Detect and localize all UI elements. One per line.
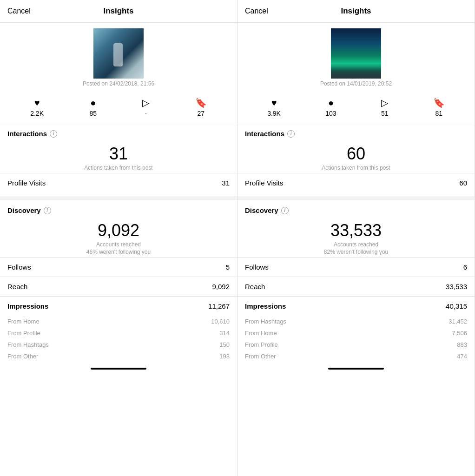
left-from-hashtags-row: From Hashtags 150 xyxy=(0,339,237,350)
right-stat-saves: 🔖 81 xyxy=(433,97,445,117)
right-bottom-bar xyxy=(238,362,475,373)
left-from-hashtags-label: From Hashtags xyxy=(7,341,49,348)
right-comment-icon: ● xyxy=(328,98,334,108)
left-cancel-button[interactable]: Cancel xyxy=(7,7,31,15)
right-discovery-header: Discovery i xyxy=(238,200,475,217)
right-interactions-big-block: 60 Actions taken from this post xyxy=(238,140,475,173)
left-title: Insights xyxy=(103,7,133,16)
left-discovery-title: Discovery xyxy=(7,206,41,214)
left-discovery-info-icon[interactable]: i xyxy=(44,207,51,214)
right-stats-row: ♥ 3.9K ● 103 ▷ 51 🔖 81 xyxy=(238,93,475,123)
right-discovery-number: 33,533 xyxy=(245,221,467,240)
heart-icon: ♥ xyxy=(34,98,40,108)
left-shares-value: - xyxy=(145,110,147,117)
left-interactions-header: Interactions i xyxy=(0,123,237,140)
right-discovery-title: Discovery xyxy=(245,206,278,214)
right-divider xyxy=(238,196,475,200)
left-header: Cancel Insights xyxy=(0,0,237,23)
left-interactions-number: 31 xyxy=(7,144,230,164)
right-from-hashtags-value: 31,452 xyxy=(449,318,467,325)
left-discovery-subtitle2: 46% weren't following you xyxy=(7,249,230,255)
left-home-indicator xyxy=(91,368,146,370)
right-bookmark-icon: 🔖 xyxy=(433,97,445,108)
right-discovery-info-icon[interactable]: i xyxy=(281,207,289,214)
right-from-hashtags-label: From Hashtags xyxy=(245,318,286,325)
left-stat-shares: ▷ - xyxy=(142,97,149,117)
left-from-profile-label: From Profile xyxy=(7,330,40,337)
right-discovery-subtitle1: Accounts reached xyxy=(245,241,467,248)
right-title: Insights xyxy=(341,7,371,16)
right-from-profile-value: 883 xyxy=(457,341,467,348)
right-follows-label: Follows xyxy=(245,263,269,271)
left-profile-visits-label: Profile Visits xyxy=(7,179,46,187)
right-home-indicator xyxy=(328,368,384,370)
left-discovery-header: Discovery i xyxy=(0,200,237,217)
left-interactions-title: Interactions xyxy=(7,130,47,138)
right-stat-likes: ♥ 3.9K xyxy=(267,98,281,117)
left-bottom-bar xyxy=(0,362,237,373)
right-heart-icon: ♥ xyxy=(271,98,277,108)
right-impressions-value: 40,315 xyxy=(446,302,467,310)
right-impressions-row: Impressions 40,315 xyxy=(238,296,475,316)
left-from-home-value: 10,610 xyxy=(211,318,230,325)
right-interactions-header: Interactions i xyxy=(238,123,475,140)
right-from-other-value: 474 xyxy=(457,353,467,360)
right-from-profile-label: From Profile xyxy=(245,341,278,348)
bookmark-icon: 🔖 xyxy=(195,97,207,108)
right-from-home-label: From Home xyxy=(245,330,277,337)
right-reach-row: Reach 33,533 xyxy=(238,277,475,296)
left-comments-value: 85 xyxy=(89,110,97,117)
left-saves-value: 27 xyxy=(197,110,205,117)
left-from-home-label: From Home xyxy=(7,318,40,325)
right-comments-value: 103 xyxy=(325,110,336,117)
left-discovery-subtitle1: Accounts reached xyxy=(7,241,230,248)
right-from-other-label: From Other xyxy=(245,353,276,360)
right-from-other-row: From Other 474 xyxy=(238,350,475,362)
left-profile-visits-row: Profile Visits 31 xyxy=(0,173,237,192)
left-reach-row: Reach 9,092 xyxy=(0,277,237,296)
right-reach-label: Reach xyxy=(245,283,265,291)
right-discovery-big-block: 33,533 Accounts reached 82% weren't foll… xyxy=(238,217,475,257)
left-impressions-label: Impressions xyxy=(7,302,48,310)
right-reach-value: 33,533 xyxy=(446,283,467,291)
comment-icon: ● xyxy=(90,98,96,108)
right-impressions-label: Impressions xyxy=(245,302,286,310)
right-from-hashtags-row: From Hashtags 31,452 xyxy=(238,316,475,327)
right-interactions-subtitle: Actions taken from this post xyxy=(245,165,467,171)
left-stat-comments: ● 85 xyxy=(89,98,97,117)
left-discovery-big-block: 9,092 Accounts reached 46% weren't follo… xyxy=(0,217,237,257)
right-profile-visits-value: 60 xyxy=(459,179,467,187)
right-cancel-button[interactable]: Cancel xyxy=(245,7,268,15)
right-interactions-info-icon[interactable]: i xyxy=(287,130,295,138)
left-follows-row: Follows 5 xyxy=(0,257,237,277)
right-post-image xyxy=(331,28,381,79)
left-stat-likes: ♥ 2.2K xyxy=(30,98,44,117)
right-from-home-row: From Home 7,506 xyxy=(238,327,475,339)
left-reach-label: Reach xyxy=(7,283,27,291)
left-post-date: Posted on 24/02/2018, 21:56 xyxy=(0,80,237,87)
right-discovery-subtitle2: 82% weren't following you xyxy=(245,249,467,255)
left-interactions-info-icon[interactable]: i xyxy=(50,130,57,138)
right-profile-visits-label: Profile Visits xyxy=(245,179,283,187)
left-profile-visits-value: 31 xyxy=(222,179,230,187)
left-impressions-row: Impressions 11,267 xyxy=(0,296,237,316)
right-from-home-value: 7,506 xyxy=(452,330,467,337)
left-from-other-value: 193 xyxy=(219,353,230,360)
share-icon: ▷ xyxy=(142,97,149,108)
left-likes-value: 2.2K xyxy=(30,110,44,117)
left-from-profile-value: 314 xyxy=(219,330,230,337)
right-saves-value: 81 xyxy=(435,110,443,117)
left-interactions-big-block: 31 Actions taken from this post xyxy=(0,140,237,173)
right-header: Cancel Insights xyxy=(238,0,475,23)
left-stat-saves: 🔖 27 xyxy=(195,97,207,117)
left-post-image-container xyxy=(0,23,237,80)
left-post-image xyxy=(93,28,144,79)
right-from-profile-row: From Profile 883 xyxy=(238,339,475,350)
left-impressions-value: 11,267 xyxy=(208,302,230,310)
right-stat-comments: ● 103 xyxy=(325,98,336,117)
right-share-icon: ▷ xyxy=(381,97,388,108)
right-follows-value: 6 xyxy=(463,263,467,271)
right-follows-row: Follows 6 xyxy=(238,257,475,277)
left-from-other-label: From Other xyxy=(7,353,38,360)
right-stat-shares: ▷ 51 xyxy=(381,97,389,117)
